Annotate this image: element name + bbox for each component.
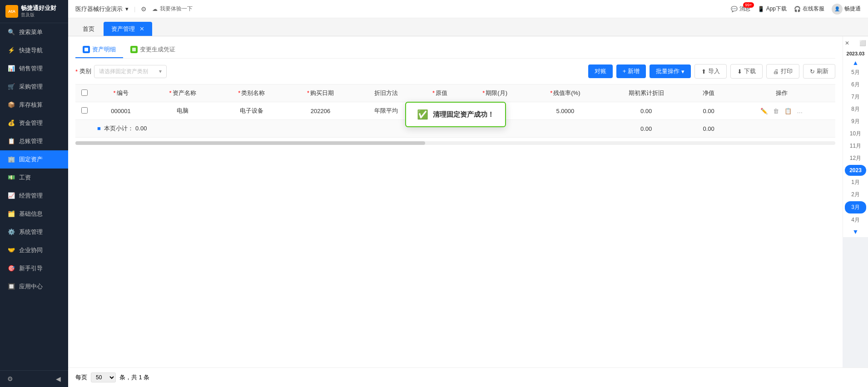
download-icon: ⬇ <box>737 68 742 75</box>
cell-category: 电子设备 <box>217 102 286 120</box>
sidebar-scroll: 🔍搜索菜单⚡快捷导航📊销售管理🛒采购管理📦库存核算💰资金管理📋总账管理🏢固定资产… <box>0 23 68 370</box>
sidebar-item-应用中心[interactable]: 🔲应用中心 <box>0 278 68 296</box>
tab-close-icon[interactable]: ✕ <box>139 25 144 32</box>
import-icon: ⬆ <box>701 68 706 75</box>
sub-tab-asset-detail[interactable]: 资产明细 <box>75 42 123 58</box>
timeline-month[interactable]: 1月 <box>843 176 868 189</box>
sidebar-item-新手引导[interactable]: 🎯新手引导 <box>0 259 68 278</box>
sidebar-icon: 💰 <box>7 119 15 127</box>
scroll-thumb[interactable] <box>75 141 425 145</box>
sub-tab-voucher[interactable]: 变更生成凭证 <box>123 42 183 58</box>
timeline-up-arrow[interactable]: ▲ <box>853 59 859 66</box>
tab-home[interactable]: 首页 <box>75 22 102 36</box>
timeline-year-marker[interactable]: 2023 <box>845 165 866 176</box>
reconcile-button[interactable]: 对账 <box>588 64 613 78</box>
th-original-value: *原值 <box>417 84 462 102</box>
batch-button[interactable]: 批量操作 ▾ <box>650 64 691 78</box>
sidebar-item-库存核算[interactable]: 📦库存核算 <box>0 96 68 114</box>
th-purchase-date: *购买日期 <box>286 84 355 102</box>
timeline-month[interactable]: 12月 <box>843 152 868 164</box>
svg-rect-1 <box>132 48 136 51</box>
per-page-select[interactable]: 50 100 200 <box>91 372 116 382</box>
timeline-month[interactable]: 8月 <box>843 103 868 115</box>
subtotal-original: 0.00 <box>135 125 147 132</box>
timeline-container: ✕⬜2023.03▲5月6月7月8月9月10月11月12月20231月2月3月4… <box>843 36 868 367</box>
toolbar-right: 对账 + 新增 批量操作 ▾ ⬆ 导入 ⬇ 下载 <box>588 64 835 79</box>
sidebar: AtA 畅捷通好业财 普及版 🔍搜索菜单⚡快捷导航📊销售管理🛒采购管理📦库存核算… <box>0 0 68 387</box>
timeline-month[interactable]: 3月 <box>845 201 866 213</box>
download-button[interactable]: ⬇ 下载 <box>730 64 763 79</box>
print-button[interactable]: 🖨 打印 <box>766 64 799 79</box>
sidebar-item-资金管理[interactable]: 💰资金管理 <box>0 114 68 132</box>
messages-btn[interactable]: 💬 消息 99+ <box>731 5 750 13</box>
user-profile[interactable]: 👤 畅捷通 <box>832 4 861 15</box>
settings-icon[interactable]: ⚙ <box>7 375 13 382</box>
tab-assets[interactable]: 资产管理 ✕ <box>104 22 152 36</box>
sidebar-icon: ⚙️ <box>7 228 15 236</box>
timeline-month[interactable]: 4月 <box>843 214 868 226</box>
timeline-close-icon[interactable]: ✕ <box>845 40 849 46</box>
timeline-down-arrow[interactable]: ▼ <box>853 228 859 235</box>
category-select[interactable]: 请选择固定资产类别 ▾ <box>94 65 167 78</box>
more-icon[interactable]: … <box>797 108 803 114</box>
gear-icon[interactable]: ⚙ <box>141 5 147 13</box>
sidebar-item-采购管理[interactable]: 🛒采购管理 <box>0 78 68 96</box>
online-service-btn[interactable]: 🎧 在线客服 <box>794 5 824 13</box>
row-checkbox[interactable] <box>81 107 88 114</box>
experience-btn[interactable]: ☁ 我要体验一下 <box>152 5 193 13</box>
timeline-month[interactable]: 9月 <box>843 115 868 128</box>
sidebar-item-企业协同[interactable]: 🤝企业协同 <box>0 241 68 259</box>
logo-icon: AtA <box>5 5 18 18</box>
batch-chevron-icon: ▾ <box>681 68 684 75</box>
table-scrollbar[interactable] <box>75 141 835 145</box>
timeline-month[interactable]: 6月 <box>843 79 868 91</box>
timeline-month[interactable]: 2月 <box>843 189 868 201</box>
refresh-button[interactable]: ↻ 刷新 <box>803 64 835 79</box>
app-download-btn[interactable]: 📱 App下载 <box>758 5 787 13</box>
filter-label: * 类别 <box>75 67 91 75</box>
cell-purchase-date: 202206 <box>286 102 355 120</box>
new-button[interactable]: + 新增 <box>616 64 646 78</box>
sidebar-icon: 🏢 <box>7 155 15 164</box>
table-header-row: *编号 *资产名称 *类别名称 *购买日期 折旧方法 *原值 *期限(月) *残… <box>75 84 835 102</box>
total-label: 条，共 1 条 <box>119 373 149 382</box>
sidebar-item-快捷导航[interactable]: ⚡快捷导航 <box>0 41 68 60</box>
timeline-month[interactable]: 11月 <box>843 140 868 152</box>
sidebar-item-系统管理[interactable]: ⚙️系统管理 <box>0 223 68 241</box>
cell-actions: ✏️ 🗑 📋 … <box>728 102 835 120</box>
subtotal-label: 本页小计： <box>104 125 134 132</box>
timeline-expand-icon[interactable]: ⬜ <box>859 40 866 46</box>
content-area: 资产明细 变更生成凭证 * 类别 <box>68 36 868 367</box>
th-net-value: 净值 <box>689 84 728 102</box>
sidebar-icon: 🔍 <box>7 28 15 36</box>
th-code: *编号 <box>94 84 148 102</box>
sidebar-item-总账管理[interactable]: 📋总账管理 <box>0 132 68 150</box>
tabbar: 首页 资产管理 ✕ <box>68 18 868 36</box>
sidebar-item-工资[interactable]: 💵工资 <box>0 169 68 187</box>
sidebar-icon: 🤝 <box>7 246 15 254</box>
sidebar-item-销售管理[interactable]: 📊销售管理 <box>0 60 68 78</box>
collapse-icon[interactable]: ◀ <box>56 375 61 382</box>
asset-detail-icon <box>83 46 90 53</box>
select-all-checkbox[interactable] <box>81 89 88 96</box>
cell-residual: 5.0000 <box>527 102 603 120</box>
th-category: *类别名称 <box>217 84 286 102</box>
sidebar-item-搜索菜单[interactable]: 🔍搜索菜单 <box>0 23 68 41</box>
topbar-right: 💬 消息 99+ 📱 App下载 🎧 在线客服 👤 畅捷通 <box>731 4 861 15</box>
timeline-month[interactable]: 5月 <box>843 66 868 79</box>
timeline-month[interactable]: 7月 <box>843 91 868 103</box>
cell-initial-accum: 0.00 <box>603 102 689 120</box>
import-button[interactable]: ⬆ 导入 <box>694 64 727 79</box>
timeline-month[interactable]: 10月 <box>843 128 868 140</box>
sidebar-item-基础信息[interactable]: 🗂️基础信息 <box>0 205 68 223</box>
check-icon: ✅ <box>417 109 428 120</box>
th-period: *期限(月) <box>462 84 527 102</box>
company-selector[interactable]: 医疗器械行业演示 ▾ <box>75 5 129 13</box>
voucher-icon <box>130 46 138 53</box>
sidebar-item-经营管理[interactable]: 📈经营管理 <box>0 187 68 205</box>
edit-icon[interactable]: ✏️ <box>760 108 768 114</box>
copy-icon[interactable]: 📋 <box>784 108 792 114</box>
delete-icon[interactable]: 🗑 <box>773 108 779 114</box>
sidebar-item-固定资产[interactable]: 🏢固定资产 <box>0 150 68 169</box>
chevron-down-icon: ▾ <box>125 5 129 12</box>
